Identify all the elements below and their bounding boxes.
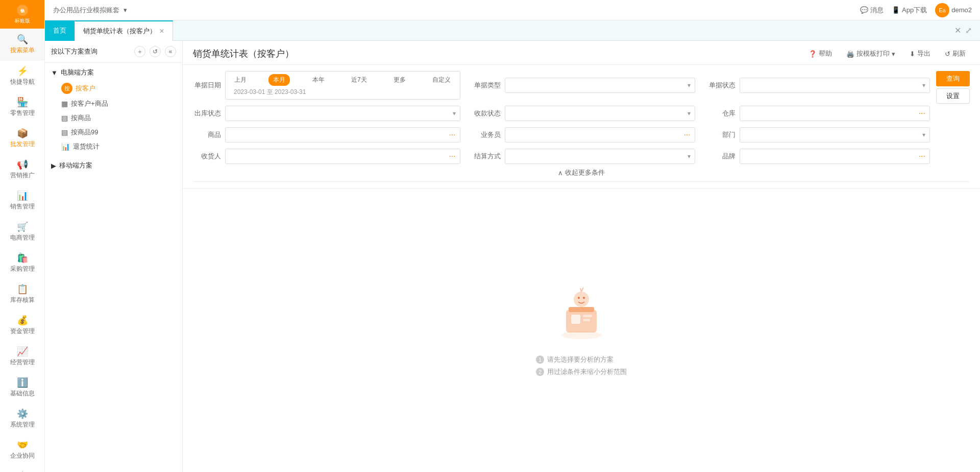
maximize-icon[interactable]: ⤢ xyxy=(965,26,972,35)
salesperson-control[interactable]: ··· xyxy=(505,127,695,143)
date-this-year[interactable]: 本年 xyxy=(308,74,329,86)
purchase-label: 采购管理 xyxy=(10,265,35,273)
tree-section-desktop-title[interactable]: ▼ 电脑端方案 xyxy=(45,65,182,80)
warehouse-control[interactable]: ··· xyxy=(740,106,930,121)
sidebar-item-collab[interactable]: 🤝 企业协同 xyxy=(0,434,44,465)
settings-btn[interactable]: 设置 xyxy=(936,88,970,104)
tab-home[interactable]: 首页 xyxy=(45,20,75,41)
tab-sales-stat-label: 销货单统计表（按客户） xyxy=(83,27,156,36)
export-icon: ⬇ xyxy=(910,50,915,58)
tree-collapse-mobile-icon: ▶ xyxy=(51,162,56,170)
topbar-dropdown[interactable]: ▾ xyxy=(124,6,127,14)
svg-text:畅: 畅 xyxy=(20,8,24,13)
sidebar-item-system[interactable]: ⚙️ 系统管理 xyxy=(0,403,44,434)
tree-child-return-stat[interactable]: 📊 退货统计 xyxy=(55,139,182,154)
department-control[interactable]: ▾ xyxy=(740,127,930,143)
out-status-chevron-icon: ▾ xyxy=(453,110,456,117)
by-customer-icon: 按 xyxy=(61,83,72,94)
status-control[interactable]: ▾ xyxy=(740,78,930,93)
sidebar-item-wholesale[interactable]: 📦 批发管理 xyxy=(0,123,44,154)
date-control[interactable]: 上月 本月 本年 近7天 更多 自定义 2023-03-01 至 2023-03… xyxy=(225,71,460,100)
tip-num-2: 2 xyxy=(536,368,544,376)
operations-label: 经营管理 xyxy=(10,358,35,367)
tab-close-icon[interactable]: ✕ xyxy=(159,28,164,35)
date-custom[interactable]: 自定义 xyxy=(428,74,455,86)
page-actions: ❓ 帮助 🖨️ 按模板打印 ▾ ⬇ 导出 ↺ 刷新 xyxy=(804,47,970,60)
sidebar-search[interactable]: 🔍 搜索菜单 xyxy=(0,29,44,60)
sidebar-item-guide[interactable]: 🎓 新手引导 xyxy=(0,465,44,472)
receiver-control[interactable]: ··· xyxy=(225,149,460,164)
filter-row-4: 收货人 ··· 结算方式 ▾ xyxy=(193,149,930,164)
settlement-control[interactable]: ▾ xyxy=(505,149,695,164)
retail-icon: 🏪 xyxy=(17,97,28,108)
tree-child-by-customer-goods[interactable]: ▦ 按客户+商品 xyxy=(55,97,182,111)
date-last-month[interactable]: 上月 xyxy=(230,74,251,86)
sidebar-quicknav[interactable]: ⚡ 快捷导航 xyxy=(0,60,44,91)
tree-section-label: 电脑端方案 xyxy=(61,68,94,77)
receiver-dots[interactable]: ··· xyxy=(449,152,455,161)
print-label: 按模板打印 xyxy=(856,49,890,58)
sidebar-item-finance[interactable]: 💰 资金管理 xyxy=(0,310,44,341)
left-panel: 按以下方案查询 ＋ ↺ « ▼ 电脑端方案 按 按客户 xyxy=(45,41,183,472)
out-status-control[interactable]: ▾ xyxy=(225,106,460,121)
collection-chevron-icon: ▾ xyxy=(688,110,691,117)
tree-child-by-customer[interactable]: 按 按客户 xyxy=(55,80,182,97)
brand-control[interactable]: ··· xyxy=(740,149,930,164)
help-btn[interactable]: ❓ 帮助 xyxy=(804,47,836,60)
sidebar-item-ecommerce[interactable]: 🛒 电商管理 xyxy=(0,216,44,247)
brand-dots[interactable]: ··· xyxy=(919,152,925,161)
type-control[interactable]: ▾ xyxy=(505,78,695,93)
sidebar-item-operations[interactable]: 📈 经营管理 xyxy=(0,341,44,372)
ecommerce-label: 电商管理 xyxy=(10,233,35,242)
svg-point-10 xyxy=(583,297,585,299)
by-customer-label: 按客户 xyxy=(76,84,95,93)
goods-dots[interactable]: ··· xyxy=(449,130,455,139)
sidebar-item-basic[interactable]: ℹ️ 基础信息 xyxy=(0,372,44,403)
sidebar-item-sales[interactable]: 📊 销售管理 xyxy=(0,185,44,216)
goods-control[interactable]: ··· xyxy=(225,127,460,143)
tree-section-mobile-title[interactable]: ▶ 移动端方案 xyxy=(45,158,182,173)
filter-receiver: 收货人 ··· xyxy=(193,149,460,164)
tab-sales-stat[interactable]: 销货单统计表（按客户） ✕ xyxy=(75,20,173,41)
wholesale-label: 批发管理 xyxy=(10,140,35,149)
date-this-month[interactable]: 本月 xyxy=(268,74,290,86)
collab-label: 企业协同 xyxy=(10,452,35,460)
close-window-icon[interactable]: ✕ xyxy=(954,26,961,35)
filter-row-2: 出库状态 ▾ 收款状态 ▾ xyxy=(193,106,930,121)
filter-area: 单据日期 上月 本月 本年 近7天 更多 自定义 2023-03-01 至 20… xyxy=(183,65,980,188)
collapse-row[interactable]: ∧ 收起更多条件 xyxy=(193,164,970,182)
refresh-btn[interactable]: ↺ 刷新 xyxy=(941,47,970,60)
query-buttons: 查询 设置 xyxy=(936,71,970,104)
warehouse-dots[interactable]: ··· xyxy=(919,109,925,118)
refresh-scheme-btn[interactable]: ↺ xyxy=(150,46,161,57)
salesperson-dots[interactable]: ··· xyxy=(683,130,690,139)
right-panel: 销货单统计表（按客户） ❓ 帮助 🖨️ 按模板打印 ▾ ⬇ 导出 xyxy=(183,41,980,472)
print-btn[interactable]: 🖨️ 按模板打印 ▾ xyxy=(842,47,899,60)
left-panel-header: 按以下方案查询 ＋ ↺ « xyxy=(45,41,182,63)
sidebar-item-inventory[interactable]: 📋 库存核算 xyxy=(0,278,44,310)
collection-control[interactable]: ▾ xyxy=(505,106,695,121)
system-label: 系统管理 xyxy=(10,420,35,429)
help-icon: ❓ xyxy=(808,50,817,58)
tree-section-mobile-label: 移动端方案 xyxy=(59,161,92,170)
date-more[interactable]: 更多 xyxy=(389,74,410,86)
tree-child-by-goods99[interactable]: ▤ 按商品99 xyxy=(55,125,182,139)
sidebar-item-marketing[interactable]: 📢 营销推广 xyxy=(0,154,44,185)
message-btn[interactable]: 💬 消息 xyxy=(860,6,884,15)
export-btn[interactable]: ⬇ 导出 xyxy=(905,47,935,60)
app-download-btn[interactable]: 📱 App下载 xyxy=(892,6,927,15)
finance-icon: 💰 xyxy=(17,315,28,326)
date-7days[interactable]: 近7天 xyxy=(347,74,372,86)
basic-label: 基础信息 xyxy=(10,389,35,398)
query-btn[interactable]: 查询 xyxy=(936,71,970,86)
filter-salesperson: 业务员 ··· xyxy=(473,127,695,143)
return-stat-icon: 📊 xyxy=(61,143,70,151)
sidebar-item-retail[interactable]: 🏪 零售管理 xyxy=(0,91,44,123)
sidebar-item-purchase[interactable]: 🛍️ 采购管理 xyxy=(0,247,44,278)
filter-status: 单据状态 ▾ xyxy=(707,78,930,93)
tree-child-by-goods[interactable]: ▤ 按商品 xyxy=(55,111,182,125)
collapse-panel-btn[interactable]: « xyxy=(165,46,176,57)
add-scheme-btn[interactable]: ＋ xyxy=(134,46,145,57)
user-info[interactable]: Ea demo2 xyxy=(935,3,972,17)
left-panel-title: 按以下方案查询 xyxy=(51,47,97,56)
